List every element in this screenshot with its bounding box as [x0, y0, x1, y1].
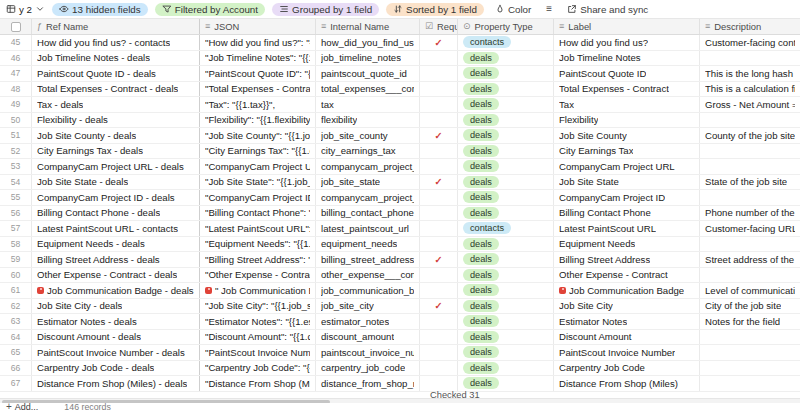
property-type-pill[interactable]: deals	[463, 83, 499, 95]
cell-json[interactable]: "Latest PaintScout URL": "{{1.lat...	[200, 221, 316, 236]
cell-required[interactable]	[420, 82, 458, 97]
cell-label[interactable]: Billing Street Address	[554, 252, 700, 267]
column-header-required[interactable]: ☑Required?	[420, 19, 458, 34]
cell-label[interactable]: Other Expense - Contract	[554, 268, 700, 283]
cell-type[interactable]: deals	[458, 113, 554, 128]
property-type-pill[interactable]: deals	[463, 145, 499, 157]
cell-json[interactable]: " Job Communication Badge...	[200, 283, 316, 298]
cell-ref[interactable]: CompanyCam Project URL - deals	[32, 159, 200, 174]
cell-type[interactable]: deals	[458, 268, 554, 283]
required-check-icon[interactable]: ✓	[435, 255, 443, 265]
cell-type[interactable]: deals	[458, 51, 554, 66]
cell-json[interactable]: "Billing Contact Phone": "{{1.bill...	[200, 206, 316, 221]
property-type-pill[interactable]: deals	[463, 207, 499, 219]
cell-type[interactable]: deals	[458, 376, 554, 391]
cell-internal[interactable]: total_expenses___contract	[316, 82, 420, 97]
cell-internal[interactable]: city_earnings_tax	[316, 144, 420, 159]
required-check-icon[interactable]: ✓	[435, 131, 443, 141]
column-header-type[interactable]: ⊙Property Type	[458, 19, 554, 34]
property-type-pill[interactable]: deals	[463, 300, 499, 312]
cell-json[interactable]: "City Earnings Tax": "{{1.city_ea...	[200, 144, 316, 159]
cell-required[interactable]	[420, 159, 458, 174]
row-number[interactable]: 60	[0, 268, 32, 283]
hidden-fields-button[interactable]: 13 hidden fields	[52, 3, 148, 16]
row-height-button[interactable]: ≡	[542, 3, 556, 15]
cell-internal[interactable]: job_site_state	[316, 175, 420, 190]
cell-json[interactable]: "Carpentry Job Code": "{{1.carp...	[200, 361, 316, 376]
cell-required[interactable]: ✓	[420, 35, 458, 50]
row-number[interactable]: 50	[0, 113, 32, 128]
row-number[interactable]: 59	[0, 252, 32, 267]
row-number[interactable]: 64	[0, 330, 32, 345]
cell-internal[interactable]: billing_contact_phone	[316, 206, 420, 221]
property-type-pill[interactable]: deals	[463, 67, 499, 79]
cell-ref[interactable]: Billing Street Address - deals	[32, 252, 200, 267]
cell-desc[interactable]	[700, 190, 800, 205]
column-header-label[interactable]: ≡Label	[554, 19, 700, 34]
row-number[interactable]: 45	[0, 35, 32, 50]
cell-internal[interactable]: paintscout_invoice_number	[316, 345, 420, 360]
cell-internal[interactable]: carpentry_job_code	[316, 361, 420, 376]
property-type-pill[interactable]: deals	[463, 315, 499, 327]
cell-label[interactable]: Job Site State	[554, 175, 700, 190]
color-button[interactable]: Color	[491, 3, 535, 16]
cell-desc[interactable]	[700, 237, 800, 252]
cell-label[interactable]: Discount Amount	[554, 330, 700, 345]
cell-required[interactable]	[420, 144, 458, 159]
cell-json[interactable]: "Job Site City": "{{1.job_site_cit...	[200, 299, 316, 314]
row-number[interactable]: 63	[0, 314, 32, 329]
cell-internal[interactable]: estimator_notes	[316, 314, 420, 329]
cell-ref[interactable]: Discount Amount - deals	[32, 330, 200, 345]
filter-button[interactable]: Filtered by Account	[155, 3, 265, 16]
cell-desc[interactable]	[700, 361, 800, 376]
cell-ref[interactable]: Job Communication Badge - deals	[32, 283, 200, 298]
cell-required[interactable]	[420, 237, 458, 252]
cell-ref[interactable]: Billing Contact Phone - deals	[32, 206, 200, 221]
cell-internal[interactable]: job_site_city	[316, 299, 420, 314]
cell-ref[interactable]: Job Site State - deals	[32, 175, 200, 190]
cell-label[interactable]: Estimator Notes	[554, 314, 700, 329]
cell-ref[interactable]: Distance From Shop (Miles) - deals	[32, 376, 200, 391]
row-number[interactable]: 58	[0, 237, 32, 252]
cell-json[interactable]: "How did you find us?": "{{1.ho...	[200, 35, 316, 50]
row-number[interactable]: 53	[0, 159, 32, 174]
cell-internal[interactable]: tax	[316, 97, 420, 112]
row-number[interactable]: 49	[0, 97, 32, 112]
cell-required[interactable]	[420, 113, 458, 128]
sort-button[interactable]: Sorted by 1 field	[386, 3, 484, 16]
cell-desc[interactable]: Customer-facing URL v	[700, 221, 800, 236]
cell-label[interactable]: Total Expenses - Contract	[554, 82, 700, 97]
cell-type[interactable]: deals	[458, 128, 554, 143]
cell-required[interactable]	[420, 221, 458, 236]
property-type-pill[interactable]: deals	[463, 346, 499, 358]
cell-json[interactable]: "Other Expense - Contract": "{{...	[200, 268, 316, 283]
cell-label[interactable]: Distance From Shop (Miles)	[554, 376, 700, 391]
cell-label[interactable]: Job Timeline Notes	[554, 51, 700, 66]
cell-json[interactable]: "Job Timeline Notes": "{{1.job...	[200, 51, 316, 66]
cell-internal[interactable]: how_did_you_find_us	[316, 35, 420, 50]
cell-desc[interactable]: This is a calculation fie	[700, 82, 800, 97]
cell-ref[interactable]: Job Site City - deals	[32, 299, 200, 314]
cell-desc[interactable]: Level of communication	[700, 283, 800, 298]
property-type-pill[interactable]: deals	[463, 52, 499, 64]
cell-required[interactable]	[420, 376, 458, 391]
cell-desc[interactable]: Gross - Net Amount =	[700, 97, 800, 112]
required-check-icon[interactable]: ✓	[435, 301, 443, 311]
cell-label[interactable]: Job Site City	[554, 299, 700, 314]
cell-internal[interactable]: other_expense___contract	[316, 268, 420, 283]
cell-internal[interactable]: discount_amount	[316, 330, 420, 345]
group-button[interactable]: Grouped by 1 field	[272, 3, 379, 16]
cell-type[interactable]: deals	[458, 299, 554, 314]
cell-json[interactable]: "Job Site County": "{{1.job_site...	[200, 128, 316, 143]
cell-type[interactable]: deals	[458, 283, 554, 298]
cell-desc[interactable]	[700, 113, 800, 128]
cell-json[interactable]: "CompanyCam Project ID": "{{...	[200, 190, 316, 205]
cell-required[interactable]	[420, 361, 458, 376]
cell-type[interactable]: deals	[458, 175, 554, 190]
property-type-pill[interactable]: deals	[463, 377, 499, 389]
property-type-pill[interactable]: deals	[463, 160, 499, 172]
cell-label[interactable]: Flexibility	[554, 113, 700, 128]
column-header-internal[interactable]: ≡Internal Name	[316, 19, 420, 34]
property-type-pill[interactable]: deals	[463, 114, 499, 126]
cell-label[interactable]: PaintScout Invoice Number	[554, 345, 700, 360]
